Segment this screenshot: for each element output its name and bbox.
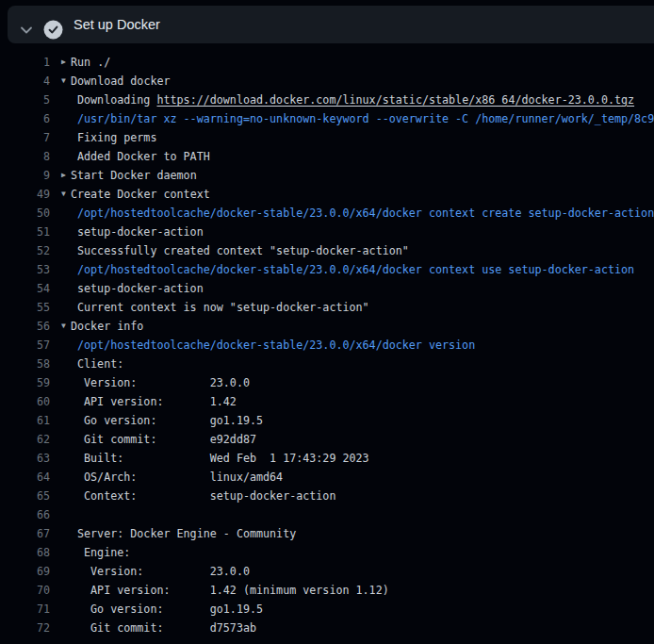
line-number[interactable]: 66 (0, 505, 50, 524)
log-line: 50/opt/hostedtoolcache/docker-stable/23.… (0, 204, 654, 223)
log-line: 56▼Docker info (0, 317, 654, 336)
line-number[interactable]: 51 (0, 223, 50, 241)
log-text: setup-docker-action (77, 279, 204, 298)
log-text: Built: Wed Feb 1 17:43:29 2023 (77, 449, 369, 468)
command-text: /opt/hostedtoolcache/docker-stable/23.0.… (77, 336, 475, 355)
log-text: Version: 23.0.0 (77, 373, 250, 392)
log-line: 62 Git commit: e92dd87 (0, 430, 654, 449)
line-number[interactable]: 52 (0, 241, 50, 260)
log-console: 1▶Run ./4▼Download docker5Downloading ht… (0, 43, 654, 644)
group-title[interactable]: Docker info (71, 317, 143, 336)
line-number[interactable]: 63 (0, 449, 50, 468)
log-line: 49▼Create Docker context (0, 185, 654, 204)
log-line: 66 (0, 505, 654, 524)
step-header[interactable]: Set up Docker (8, 6, 654, 43)
group-title[interactable]: Start Docker daemon (71, 166, 197, 185)
log-line: 4▼Download docker (0, 72, 654, 91)
line-number[interactable]: 58 (0, 355, 50, 373)
group-title[interactable]: Run ./ (71, 53, 110, 72)
line-number[interactable]: 64 (0, 468, 50, 487)
line-number[interactable]: 54 (0, 279, 50, 298)
log-line: 9▶Start Docker daemon (0, 166, 654, 185)
log-text: Server: Docker Engine - Community (77, 524, 296, 543)
log-text: OS/Arch: linux/amd64 (77, 468, 283, 487)
line-number[interactable]: 68 (0, 543, 50, 562)
line-number[interactable]: 4 (0, 72, 50, 91)
line-number[interactable]: 60 (0, 392, 50, 411)
line-number[interactable]: 57 (0, 336, 50, 355)
log-text: Engine: (77, 543, 130, 562)
log-text: Downloading (77, 93, 156, 107)
group-title[interactable]: Create Docker context (71, 185, 210, 204)
log-line: 6/usr/bin/tar xz --warning=no-unknown-ke… (0, 109, 654, 128)
log-text: Current context is now "setup-docker-act… (77, 298, 369, 317)
collapse-arrow-icon[interactable]: ▶ (61, 166, 71, 185)
line-number[interactable]: 62 (0, 430, 50, 449)
command-text: /opt/hostedtoolcache/docker-stable/23.0.… (77, 204, 654, 223)
log-line: 69 Version: 23.0.0 (0, 562, 654, 581)
line-number[interactable]: 71 (0, 600, 50, 619)
log-line: 55Current context is now "setup-docker-a… (0, 298, 654, 317)
log-line: 63 Built: Wed Feb 1 17:43:29 2023 (0, 449, 654, 468)
log-line: 57/opt/hostedtoolcache/docker-stable/23.… (0, 336, 654, 355)
group-title[interactable]: Download docker (71, 72, 171, 91)
chevron-down-icon[interactable] (20, 24, 33, 37)
log-line: 58Client: (0, 355, 654, 373)
line-number[interactable]: 7 (0, 128, 50, 147)
line-number[interactable]: 1 (0, 53, 50, 72)
line-number[interactable]: 56 (0, 317, 50, 336)
log-text: setup-docker-action (77, 223, 204, 241)
expand-arrow-icon[interactable]: ▼ (61, 317, 71, 336)
log-text: Git commit: e92dd87 (77, 430, 256, 449)
step-title: Set up Docker (74, 6, 160, 43)
log-text: Version: 23.0.0 (77, 562, 250, 581)
log-line: 72 Git commit: d7573ab (0, 619, 654, 637)
log-text: Successfully created context "setup-dock… (77, 241, 409, 260)
line-number[interactable]: 59 (0, 373, 50, 392)
log-link[interactable]: https://download.docker.com/linux/static… (156, 93, 634, 107)
log-line: 7Fixing perms (0, 128, 654, 147)
log-line: 70 API version: 1.42 (minimum version 1.… (0, 581, 654, 600)
log-line: 52Successfully created context "setup-do… (0, 241, 654, 260)
line-number[interactable]: 55 (0, 298, 50, 317)
collapse-arrow-icon[interactable]: ▶ (61, 53, 71, 72)
log-line: 65 Context: setup-docker-action (0, 487, 654, 505)
command-text: /usr/bin/tar xz --warning=no-unknown-key… (77, 109, 654, 128)
line-number[interactable]: 72 (0, 619, 50, 637)
line-number[interactable]: 69 (0, 562, 50, 581)
log-text: Go version: go1.19.5 (77, 411, 263, 430)
log-line: 5Downloading https://download.docker.com… (0, 91, 654, 109)
log-text: Context: setup-docker-action (77, 487, 335, 505)
log-text: Git commit: d7573ab (77, 619, 256, 637)
log-line: 53/opt/hostedtoolcache/docker-stable/23.… (0, 260, 654, 279)
log-line: 8Added Docker to PATH (0, 147, 654, 166)
log-text: Fixing perms (77, 128, 156, 147)
line-number[interactable]: 49 (0, 185, 50, 204)
log-line: 60 API version: 1.42 (0, 392, 654, 411)
line-number[interactable]: 65 (0, 487, 50, 505)
log-line: 54setup-docker-action (0, 279, 654, 298)
log-text: Downloading https://download.docker.com/… (77, 91, 634, 109)
line-number[interactable]: 50 (0, 204, 50, 223)
log-line: 59 Version: 23.0.0 (0, 373, 654, 392)
log-text: API version: 1.42 (77, 392, 237, 411)
log-line: 64 OS/Arch: linux/amd64 (0, 468, 654, 487)
line-number[interactable]: 53 (0, 260, 50, 279)
check-circle-icon (43, 20, 63, 40)
command-text: /opt/hostedtoolcache/docker-stable/23.0.… (77, 260, 634, 279)
log-line: 71 Go version: go1.19.5 (0, 600, 654, 619)
line-number[interactable]: 6 (0, 109, 50, 128)
line-number[interactable]: 70 (0, 581, 50, 600)
log-text: API version: 1.42 (minimum version 1.12) (77, 581, 389, 600)
log-text: Added Docker to PATH (77, 147, 210, 166)
line-number[interactable]: 9 (0, 166, 50, 185)
line-number[interactable]: 67 (0, 524, 50, 543)
expand-arrow-icon[interactable]: ▼ (61, 185, 71, 204)
expand-arrow-icon[interactable]: ▼ (61, 72, 71, 91)
log-text: Go version: go1.19.5 (77, 600, 263, 619)
log-line: 68 Engine: (0, 543, 654, 562)
line-number[interactable]: 8 (0, 147, 50, 166)
line-number[interactable]: 61 (0, 411, 50, 430)
log-text: Client: (77, 355, 123, 373)
line-number[interactable]: 5 (0, 91, 50, 109)
